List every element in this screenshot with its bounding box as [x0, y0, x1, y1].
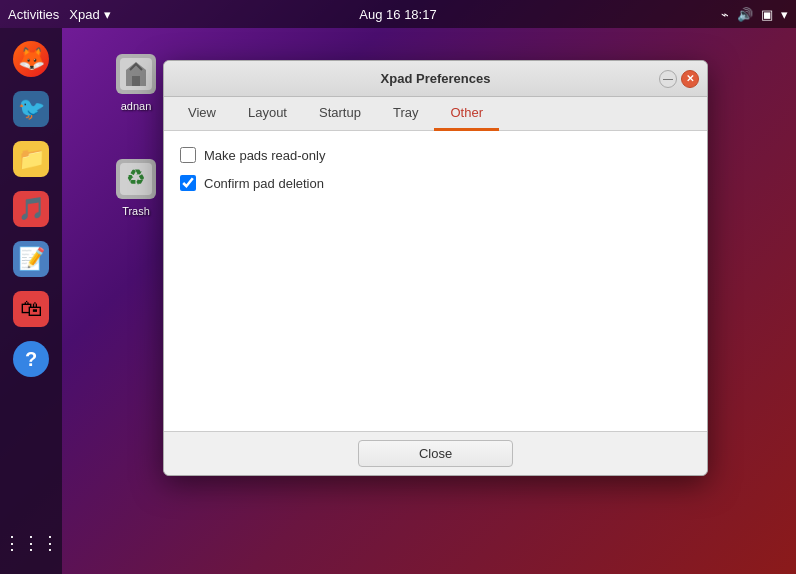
make-pads-readonly-checkbox[interactable] [180, 147, 196, 163]
apps-icon: ⋮⋮⋮ [13, 525, 49, 561]
tab-view[interactable]: View [172, 97, 232, 131]
topbar-right: ⌁ 🔊 ▣ ▾ [721, 7, 788, 22]
sidebar: 🦊 🐦 📁 🎵 📝 🛍 ? ⋮⋮⋮ [0, 28, 62, 574]
firefox-icon: 🦊 [13, 41, 49, 77]
activities-button[interactable]: Activities [8, 7, 59, 22]
writer-icon: 📝 [13, 241, 49, 277]
confirm-deletion-row: Confirm pad deletion [180, 175, 691, 191]
svg-text:♻: ♻ [126, 165, 146, 190]
desktop: Activities Xpad ▾ Aug 16 18:17 ⌁ 🔊 ▣ ▾ 🦊… [0, 0, 796, 574]
desktop-icon-trash[interactable]: ♻ Trash [100, 155, 172, 217]
close-dialog-button[interactable]: Close [358, 440, 513, 467]
xpad-menu[interactable]: Xpad ▾ [69, 7, 110, 22]
tab-tray[interactable]: Tray [377, 97, 435, 131]
datetime-label: Aug 16 18:17 [359, 7, 436, 22]
topbar-center: Aug 16 18:17 [359, 7, 436, 22]
help-icon: ? [13, 341, 49, 377]
topbar: Activities Xpad ▾ Aug 16 18:17 ⌁ 🔊 ▣ ▾ [0, 0, 796, 28]
thunderbird-icon: 🐦 [13, 91, 49, 127]
dialog-tabs: View Layout Startup Tray Other [164, 97, 707, 131]
sidebar-item-files[interactable]: 📁 [8, 136, 54, 182]
trash-icon: ♻ [112, 155, 160, 203]
sidebar-item-firefox[interactable]: 🦊 [8, 36, 54, 82]
minimize-button[interactable]: — [659, 70, 677, 88]
confirm-pad-deletion-label[interactable]: Confirm pad deletion [204, 176, 324, 191]
make-pads-readonly-row: Make pads read-only [180, 147, 691, 163]
trash-label: Trash [122, 205, 150, 217]
topbar-left: Activities Xpad ▾ [8, 7, 111, 22]
tab-other[interactable]: Other [434, 97, 499, 131]
tab-layout[interactable]: Layout [232, 97, 303, 131]
desktop-icon-home[interactable]: adnan [100, 50, 172, 112]
make-pads-readonly-label[interactable]: Make pads read-only [204, 148, 325, 163]
sidebar-item-all-apps[interactable]: ⋮⋮⋮ [8, 520, 54, 566]
volume-icon: 🔊 [737, 7, 753, 22]
dialog-controls: — ✕ [659, 70, 699, 88]
xpad-menu-arrow: ▾ [104, 7, 111, 22]
dialog-content: Make pads read-only Confirm pad deletion [164, 131, 707, 431]
network-icon: ⌁ [721, 7, 729, 22]
close-window-button[interactable]: ✕ [681, 70, 699, 88]
dialog-title: Xpad Preferences [381, 71, 491, 86]
home-folder-icon [112, 50, 160, 98]
dialog-titlebar: Xpad Preferences — ✕ [164, 61, 707, 97]
tab-startup[interactable]: Startup [303, 97, 377, 131]
confirm-pad-deletion-checkbox[interactable] [180, 175, 196, 191]
appstore-icon: 🛍 [13, 291, 49, 327]
sidebar-item-appstore[interactable]: 🛍 [8, 286, 54, 332]
xpad-app-name: Xpad [69, 7, 99, 22]
sidebar-item-help[interactable]: ? [8, 336, 54, 382]
sidebar-item-writer[interactable]: 📝 [8, 236, 54, 282]
screen-icon: ▣ [761, 7, 773, 22]
xpad-preferences-dialog: Xpad Preferences — ✕ View Layout Startup… [163, 60, 708, 476]
menu-icon[interactable]: ▾ [781, 7, 788, 22]
rhythmbox-icon: 🎵 [13, 191, 49, 227]
dialog-footer: Close [164, 431, 707, 475]
svg-rect-2 [132, 76, 140, 86]
home-folder-label: adnan [121, 100, 152, 112]
files-icon: 📁 [13, 141, 49, 177]
sidebar-item-rhythmbox[interactable]: 🎵 [8, 186, 54, 232]
sidebar-item-thunderbird[interactable]: 🐦 [8, 86, 54, 132]
